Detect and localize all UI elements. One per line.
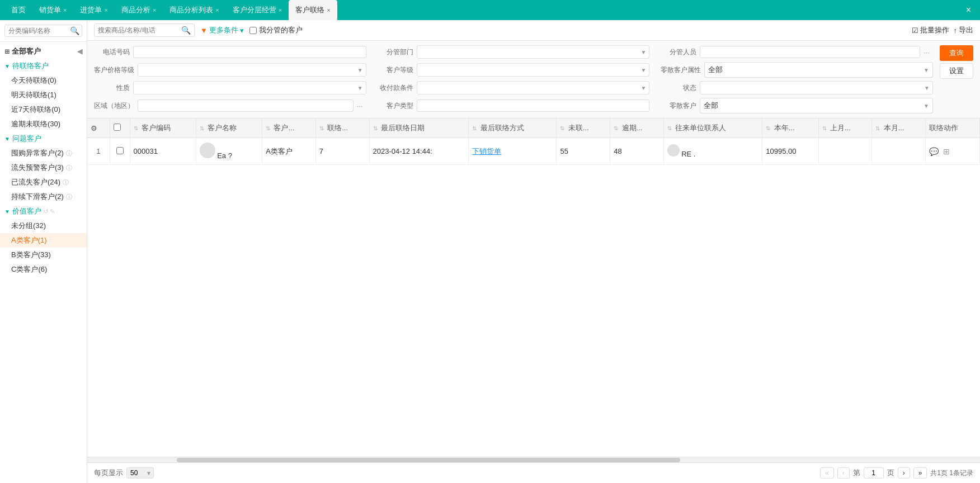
close-segment-tab[interactable]: × [279,7,282,13]
sidebar-item-class-a[interactable]: A类客户(1) [0,233,87,248]
close-product-list-tab[interactable]: × [215,7,219,13]
sidebar-item-churn-warning[interactable]: 流失预警客户(3) ⓘ [0,160,87,175]
region-input[interactable] [138,100,354,112]
nav-customer-segment[interactable]: 客户分层经营 × [226,0,289,20]
manager-input[interactable] [700,46,920,58]
group-problem-customers[interactable]: ▼ 问题客户 [0,131,87,146]
dept-select[interactable] [417,45,650,59]
region-dots[interactable]: ··· [354,102,366,110]
edit-icon[interactable]: ✎ [50,208,55,215]
settings-button[interactable]: 设置 [940,63,973,79]
export-btn[interactable]: ↑ 导出 [954,25,974,35]
filter-search-icon[interactable]: 🔍 [181,26,191,35]
sidebar-collapse-btn[interactable]: ◀ [77,48,82,55]
dept-select-wrapper: ▼ [417,45,650,59]
status-select[interactable] [700,81,933,94]
sidebar-item-7day-contact[interactable]: 近7天待联络(0) [0,102,87,117]
qr-icon[interactable]: ⊞ [943,147,950,156]
last-page-btn[interactable]: » [913,467,927,479]
sidebar-item-declining[interactable]: 持续下滑客户(2) ⓘ [0,190,87,204]
retail-attr-label: 零散客户属性 [661,65,704,75]
page-input[interactable] [864,467,884,479]
main-layout: 🔍 ⊞ 全部客户 ◀ ▼ 待联络客户 今天待联络(0) 明天待联络(1) 近7天… [0,20,980,483]
sort-icon: ⇅ [822,125,827,131]
group-pending-contact[interactable]: ▼ 待联络客户 [0,59,87,73]
sidebar-item-class-c[interactable]: C类客户(6) [0,262,87,277]
col-settings[interactable]: ⚙ [87,119,110,138]
col-this-month: ⇅ 本月... [872,119,926,138]
col-last-month: ⇅ 上月... [818,119,872,138]
horizontal-scrollbar[interactable] [87,457,980,462]
sidebar-item-today-contact[interactable]: 今天待联络(0) [0,73,87,88]
col-this-year: ⇅ 本年... [762,119,818,138]
sidebar-item-tomorrow-contact[interactable]: 明天待联络(1) [0,88,87,102]
filter-row-3: 性质 ▼ 收付款条件 [94,81,933,94]
payment-label: 收付款条件 [378,83,417,93]
sidebar-item-churned[interactable]: 已流失客户(24) ⓘ [0,175,87,190]
nature-select[interactable] [133,81,366,94]
filter-search-input[interactable] [98,26,181,34]
my-customers-checkbox[interactable] [249,27,257,34]
row-checkbox[interactable] [116,147,124,154]
my-customers-filter[interactable]: 我分管的客户 [249,25,303,35]
sidebar-item-ungrouped[interactable]: 未分组(32) [0,219,87,233]
col-code: ⇅ 客户编码 [130,119,196,138]
next-page-btn[interactable]: › [898,467,910,479]
close-all-icon[interactable]: × [962,5,976,15]
cust-level-select[interactable] [417,63,650,77]
close-sales-tab[interactable]: × [63,7,67,13]
more-filter-btn[interactable]: ▼ 更多条件 ▾ [200,25,244,35]
sidebar-item-hoarding[interactable]: 囤购异常客户(2) ⓘ [0,146,87,160]
cell-liaison: RE . [663,138,762,165]
nav-product-analysis-list[interactable]: 商品分析列表 × [163,0,225,20]
sort-icon: ⇅ [667,125,672,131]
sort-icon: ⇅ [472,125,477,131]
filter-row-4: 区域（地区） ··· 客户类型 零散客户 [94,98,933,113]
settings-icon[interactable]: ⚙ [91,124,97,132]
nav-purchase[interactable]: 进货单 × [73,0,114,20]
scrollbar-thumb[interactable] [177,458,680,462]
col-name: ⇅ 客户名称 [196,119,262,138]
sidebar-item-overdue-contact[interactable]: 逾期未联络(30) [0,117,87,131]
refresh-icon[interactable]: ↺ [44,208,49,215]
filter-icon: ▼ [200,26,208,35]
close-product-analysis-tab[interactable]: × [153,7,156,13]
nav-home[interactable]: 首页 [4,0,32,20]
price-level-wrapper: ▼ [138,63,366,77]
close-contact-tab[interactable]: × [327,7,330,13]
cell-overdue: 48 [610,138,664,165]
price-level-select[interactable] [138,63,366,77]
retail-cust-select[interactable]: 全部 ▼ [700,98,933,113]
nav-customer-contact[interactable]: 客户联络 × [289,0,337,20]
table-footer: 每页显示 50 100 ▼ « ‹ 第 页 › » 共1页 1条记录 [87,462,980,483]
page-size-select[interactable]: 50 100 [126,467,154,479]
sidebar-search-area: 🔍 [0,20,87,42]
select-all-checkbox[interactable] [114,124,121,131]
batch-op-btn[interactable]: ☑ 批量操作 [912,25,949,35]
sort-icon: ⇅ [766,125,770,131]
retail-attr-select[interactable]: 全部 ▼ [704,62,933,78]
cust-type-label: 客户类型 [378,101,417,111]
last-method-link[interactable]: 下销货单 [472,147,501,155]
cust-level-wrapper: ▼ [417,63,650,77]
cell-level: A类客户 [262,138,316,165]
cell-uncontact: 55 [557,138,610,165]
group-value-customers[interactable]: ▼ 价值客户 ↺ ✎ [0,204,87,219]
payment-select[interactable] [417,81,650,94]
first-page-btn[interactable]: « [820,467,834,479]
cust-type-input[interactable] [417,100,650,112]
nav-product-analysis[interactable]: 商品分析 × [115,0,163,20]
query-button[interactable]: 查询 [940,45,973,61]
avatar [200,143,215,158]
prev-page-btn[interactable]: ‹ [837,467,850,479]
sidebar-search-icon[interactable]: 🔍 [70,26,79,35]
manager-dots[interactable]: ··· [920,48,933,56]
phone-input[interactable] [133,46,366,58]
message-icon[interactable]: 💬 [929,147,939,156]
sidebar-item-class-b[interactable]: B类客户(33) [0,248,87,262]
col-checkbox [110,119,130,138]
nav-sales[interactable]: 销货单 × [32,0,73,20]
close-purchase-tab[interactable]: × [104,7,107,13]
sidebar: 🔍 ⊞ 全部客户 ◀ ▼ 待联络客户 今天待联络(0) 明天待联络(1) 近7天… [0,20,87,483]
filter-department: 分管部门 ▼ [378,45,650,59]
